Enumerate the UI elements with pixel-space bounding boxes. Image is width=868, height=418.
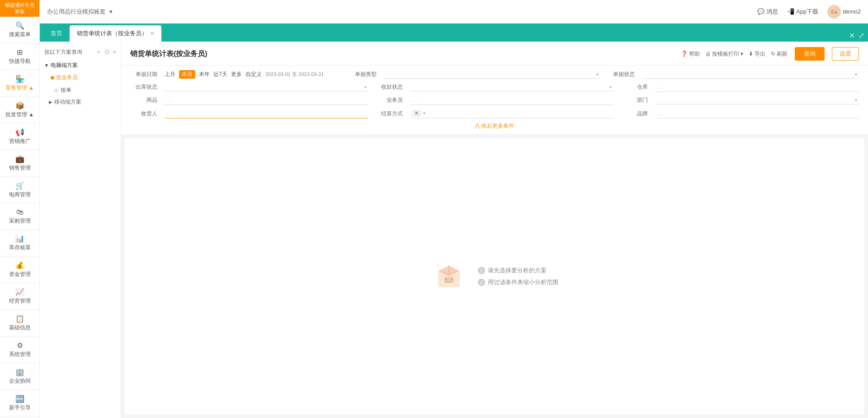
system-icon: ⚙ [2,341,38,350]
panel-section-mobile[interactable]: ▶ 移动端方案 [40,96,121,108]
panel-collapse-icon[interactable]: « [113,48,116,56]
date-tab-thismonth[interactable]: 本月 [179,70,195,79]
date-tab-7days[interactable]: 近7天 [213,71,227,78]
warehouse-label: 仓库 [621,83,648,91]
search-nav-icon: 🔍 [2,21,38,30]
tab-bar: 首页 销货单统计表（按业务员） ✕ ✕ ⤢ [40,24,868,42]
home-tab-label: 首页 [51,29,62,38]
receiver-filter[interactable]: … [165,109,368,119]
panel-title: 按以下方案查询 [44,48,82,56]
body-content: ✦ ✦ 1 请先选择要分析的方案 2 用过滤条件来缩小分析范围 [125,138,864,414]
settings-button[interactable]: 设置 [832,47,859,61]
purchase-icon: 🛍 [2,208,38,216]
user-menu-btn[interactable]: Ea demo2 [827,5,861,19]
date-tab-thisyear[interactable]: 本年 [199,71,210,78]
app-logo: 畅捷通好生意 标版 [0,0,39,17]
sidebar-item-shortcuts[interactable]: ⊞ 快捷导航 [0,43,39,70]
filter-row-4: 收货人 … 结算方式 ✕ ▾ 品牌 … [130,109,859,119]
settlement-tag: ✕ [412,110,421,117]
sidebar-item-ecommerce[interactable]: 🛒 电商管理 [0,177,39,204]
goods-filter[interactable]: … [165,95,368,105]
panel-header-icons: ＋ ⊙ « [95,48,116,56]
sidebar-item-search[interactable]: 🔍 搜索菜单 [0,17,39,43]
section-label-pc: 电脑端方案 [51,62,78,69]
sidebar-item-operation[interactable]: 📈 经营管理 [0,283,39,310]
collapse-arrow-icon: ⋀ [475,123,480,129]
panel-add-icon[interactable]: ＋ [95,48,102,56]
filter-row-1: 单据日期 上月 本月 本年 近7天 更多 自定义 2023-03-01 至 20… [130,70,859,79]
staff-filter[interactable]: … [410,95,614,105]
settlement-filter[interactable]: ✕ ▾ [410,109,614,119]
date-tabs: 上月 本月 本年 近7天 更多 自定义 [165,70,262,79]
date-tab-more[interactable]: 更多 [231,71,242,78]
pay-status-dropdown-icon: ▾ [609,85,612,90]
sidebar-item-purchase[interactable]: 🛍 采购管理 [0,204,39,230]
workspace-dropdown-icon[interactable]: ▾ [109,8,113,15]
export-btn[interactable]: ⬇ 导出 [749,50,765,58]
panel-item-bystaff[interactable]: 按业务员 [40,71,121,84]
tab-home[interactable]: 首页 [43,25,70,42]
refresh-btn[interactable]: ↻ 刷新 [771,50,788,58]
dept-filter[interactable]: ▾ [655,96,859,104]
sidebar-item-sales[interactable]: 💼 销售管理 [0,150,39,177]
app-download-btn[interactable]: 📲 App下载 [787,8,818,16]
page-title-row: 销货单统计表(按业务员) ❓ 帮助 🖨 按模板打印 ▾ [130,47,859,65]
sidebar-item-apps[interactable]: 📱 应用中心 [0,417,39,418]
status-label: 单据状态 [608,71,635,78]
tab-bar-actions: ✕ ⤢ [849,31,864,42]
refresh-icon: ↻ [771,51,775,57]
newuser-icon: 🆕 [2,394,38,403]
avatar: Ea [827,5,841,19]
maximize-icon[interactable]: ⤢ [859,31,864,40]
tip-num-2: 2 [478,279,485,286]
sidebar-item-system[interactable]: ⚙ 系统管理 [0,337,39,363]
brand-label: 品牌 [621,110,648,118]
sidebar-item-corp[interactable]: 🏢 企业协同 [0,363,39,390]
operation-icon: 📈 [2,288,38,296]
minimize-icon[interactable]: ✕ [849,31,855,40]
panel-item-byorder[interactable]: ⊙ 按单 [40,84,121,96]
panel-settings-icon[interactable]: ⊙ [104,48,110,56]
section-arrow-mobile: ▶ [49,100,52,104]
brand-filter[interactable]: … [655,109,859,119]
sidebar-item-marketing[interactable]: 📢 营销推广 [0,124,39,150]
export-icon: ⬇ [749,51,753,57]
date-tab-custom[interactable]: 自定义 [245,71,262,78]
pay-status-label: 收款状态 [376,83,403,91]
collapse-filters-btn[interactable]: ⋀ 收起更多条件 [130,122,859,130]
tab-sales-stats[interactable]: 销货单统计表（按业务员） ✕ [70,25,161,42]
dept-dropdown-icon: ▾ [855,98,857,103]
print-dropdown-icon[interactable]: ▾ [741,51,743,57]
date-range-display: 2023-03-01 至 2023-03-31 [265,71,324,78]
status-filter[interactable]: ▾ [642,71,859,79]
workspace-info: 办公用品行业模拟账套 ▾ [47,8,113,16]
sidebar-item-basic[interactable]: 📋 基础信息 [0,310,39,337]
panel-section-pc[interactable]: ▼ 电脑端方案 [40,60,121,71]
corp-icon: 🏢 [2,368,38,376]
type-filter[interactable]: ▾ [384,71,601,79]
out-status-filter[interactable]: ▾ [165,83,368,91]
goods-label: 商品 [130,96,157,104]
svg-point-4 [445,279,447,280]
sidebar-item-newuser[interactable]: 🆕 新手引导 [0,390,39,417]
close-tab-icon[interactable]: ✕ [150,31,154,37]
sidebar-item-inventory[interactable]: 📊 库存核算 [0,230,39,256]
message-btn[interactable]: 💬 消息 [757,8,778,16]
left-panel: 按以下方案查询 ＋ ⊙ « ▼ 电脑端方案 按业务员 ⊙ 按单 ▶ [40,42,121,418]
header-right: 💬 消息 📲 App下载 Ea demo2 [757,5,861,19]
date-tab-lastmonth[interactable]: 上月 [165,71,175,78]
empty-illustration: ✦ ✦ [431,258,467,294]
query-button[interactable]: 查询 [795,47,825,61]
help-btn[interactable]: ❓ 帮助 [681,50,700,58]
order-icon: ⊙ [54,87,59,94]
basic-icon: 📋 [2,314,38,323]
warehouse-filter[interactable]: … [655,82,859,92]
print-btn[interactable]: 🖨 按模板打印 ▾ [705,50,743,58]
sidebar-item-wholesale[interactable]: 📦 批发管理 ▲ [0,97,39,124]
sidebar-item-retail[interactable]: 🏪 零售管理 ▲ [0,70,39,97]
section-label-mobile: 移动端方案 [54,98,81,106]
marketing-icon: 📢 [2,128,38,137]
pay-status-filter[interactable]: ▾ [410,83,614,91]
sidebar-item-finance[interactable]: 💰 资金管理 [0,256,39,283]
download-icon: 📲 [787,8,794,15]
